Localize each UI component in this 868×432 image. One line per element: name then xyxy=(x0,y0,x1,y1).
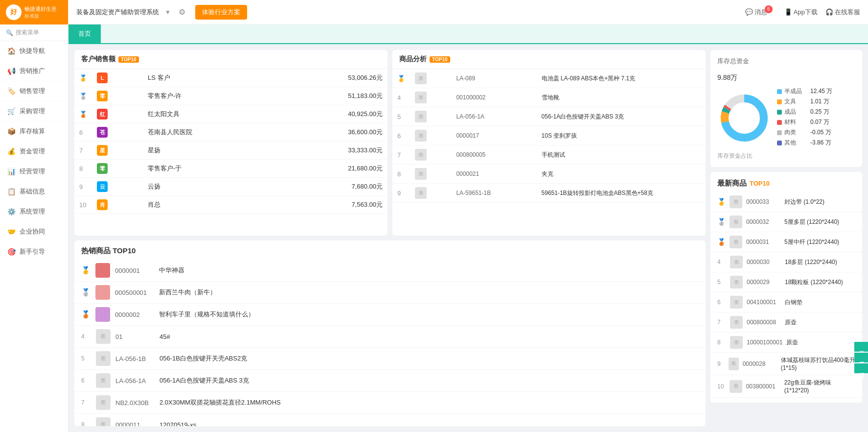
customer-row[interactable]: 🥈 零 零售客户-许 51,183.00元 xyxy=(74,87,388,105)
latest-product-row[interactable]: 7 图 000800008 原壶 xyxy=(710,312,862,333)
latest-code: 000800008 xyxy=(747,319,781,326)
inventory-footer: 库存资金占比 xyxy=(717,152,855,160)
sidebar-item-collaboration[interactable]: 🤝 企业协同 xyxy=(0,222,68,242)
latest-product-row[interactable]: 4 图 0000030 18多层 (1220*2440) xyxy=(710,252,862,272)
customer-row[interactable]: 6 苍 苍南县人民医院 36,600.00元 xyxy=(74,123,388,142)
customer-ranking-col: 客户销售额 TOP10 🥇 L LS 客户 53,006.26元 🥈 零 零售客… xyxy=(74,50,388,236)
float-btn-community[interactable]: 服务社区 xyxy=(854,353,868,362)
latest-product-row[interactable]: 9 图 0000028 体城荔枝味苏打饮品400毫升 (1*15) xyxy=(710,353,862,375)
topbar: 装备及固定资产辅助管理系统 ▼ ⚙ 体验行业方案 💬 消息 6 📱 App下载 … xyxy=(69,0,868,24)
product-code: 001000002 xyxy=(451,88,536,107)
product-code: LA-056-1B xyxy=(115,355,155,362)
marketing-icon: 📢 xyxy=(7,67,16,75)
sidebar-item-inventory[interactable]: 📦 库存核算 xyxy=(0,121,68,142)
product-thumb-cell: 图 xyxy=(410,126,451,145)
legend-item: 文具 1.01 万 xyxy=(777,97,832,106)
latest-product-row[interactable]: 🥈 图 0000032 5厘多层 (1220*2440) xyxy=(710,212,862,232)
product-right-row[interactable]: 5 图 LA-056-1A 056-1A白色按键开关盖ABS 3克 xyxy=(392,107,706,126)
latest-products-card: 最新商品 TOP10 🥇 图 0000033 封边带 (1.0*22) 🥈 图 … xyxy=(710,172,862,403)
sidebar-item-marketing[interactable]: 📢 营销推广 xyxy=(0,61,68,81)
latest-thumbnail: 图 xyxy=(730,236,742,248)
customer-row[interactable]: 🥉 红 红太阳文具 40,925.00元 xyxy=(74,105,388,123)
latest-code: 0000031 xyxy=(746,239,780,245)
product-name: 056-1B白色按键开关壳ABS2克 xyxy=(160,354,247,363)
rank-medal: 10 xyxy=(74,196,92,214)
inventory-card: 库存总资金 9.88万 xyxy=(710,50,862,167)
product-name: 12070519-xs xyxy=(160,421,196,427)
rank-medal: 5 xyxy=(392,107,410,126)
product-code: 0000001 xyxy=(115,267,154,274)
product-right-row[interactable]: 7 图 000800005 手机测试 xyxy=(392,145,706,165)
product-right-row[interactable]: 9 图 LA-59651-1B 59651-1B旋转投影灯电池盒ABS黑色+58… xyxy=(392,184,706,203)
float-btn-service[interactable]: 客服热线 xyxy=(854,342,868,352)
hot-product-row[interactable]: 4 图 01 45# xyxy=(74,326,706,348)
operations-icon: 📊 xyxy=(7,167,16,176)
latest-product-row[interactable]: 5 图 0000029 18颗粒板 (1220*2440) xyxy=(710,272,862,292)
latest-product-row[interactable]: 🥉 图 0000031 5厘中纤 (1220*2440) xyxy=(710,232,862,252)
notification-icon: 💬 xyxy=(745,8,753,16)
hot-product-row[interactable]: 🥈 000500001 新西兰牛肉（新牛） xyxy=(74,282,706,304)
rank-medal: 6 xyxy=(392,126,410,145)
settings-icon[interactable]: ⚙ xyxy=(179,7,185,17)
legend-label: 半成品 xyxy=(784,87,804,96)
rank-badge-cell: 零 xyxy=(92,160,143,178)
customer-name: 肖总 xyxy=(143,196,277,214)
rank-medal: 🥈 xyxy=(74,87,92,105)
sidebar-item-system[interactable]: ⚙️ 系统管理 xyxy=(0,202,68,222)
sidebar-item-guide[interactable]: 🎯 新手引导 xyxy=(0,242,68,262)
latest-product-row[interactable]: 🥇 图 0000033 封边带 (1.0*22) xyxy=(710,192,862,212)
product-right-row[interactable]: 4 图 001000002 雪地靴 xyxy=(392,88,706,107)
hot-product-row[interactable]: 6 图 LA-056-1A 056-1A白色按键开关盖ABS 3克 xyxy=(74,370,706,392)
latest-name: 原壶 xyxy=(785,318,797,327)
latest-product-row[interactable]: 6 图 004100001 白钢垫 xyxy=(710,292,862,312)
latest-product-row[interactable]: 10 图 003800001 22g鱼豆腐-烧烤味 (1*12*20) xyxy=(710,375,862,398)
customer-amount: 33,333.00元 xyxy=(277,142,388,160)
product-code: LA-089 xyxy=(451,69,536,88)
sidebar-item-purchase[interactable]: 🛒 采购管理 xyxy=(0,101,68,121)
hot-products-card: 热销商品 TOP10 🥇 0000001 中华神器 🥈 000500001 新西… xyxy=(74,240,706,426)
product-thumbnail: 图 xyxy=(96,329,111,344)
product-right-row[interactable]: 8 图 0000021 夹克 xyxy=(392,165,706,184)
online-service-item[interactable]: 🎧 在线客服 xyxy=(825,8,860,17)
legend-label: 肉类 xyxy=(784,128,804,137)
product-ranking-right-header: 商品分析 TOP10 xyxy=(392,50,706,69)
notification-item[interactable]: 💬 消息 6 xyxy=(745,8,777,17)
search-menu[interactable]: 🔍 搜索菜单 xyxy=(0,24,68,41)
rank-medal: 🥇 xyxy=(392,69,410,88)
customer-row[interactable]: 9 云 云扬 7,680.00元 xyxy=(74,178,388,196)
legend-item: 成品 0.25 万 xyxy=(777,108,832,116)
hot-product-row[interactable]: 7 图 NB2.0X30B 2.0X30MM双搓花轴搓花直径2.1MM/ROHS xyxy=(74,392,706,414)
product-right-row[interactable]: 6 图 0000017 10S 变刹罗孩 xyxy=(392,126,706,145)
sidebar-item-sales[interactable]: 🏷️ 销售管理 xyxy=(0,81,68,101)
product-ranking-right-table: 🥇 图 LA-089 电池盖 LA-089 ABS本色+黑种 7.1克 4 图 … xyxy=(392,69,706,203)
product-name: 夹克 xyxy=(537,165,706,184)
sidebar-item-operations[interactable]: 📊 经营管理 xyxy=(0,162,68,182)
customer-row[interactable]: 8 零 零售客户-于 21,680.00元 xyxy=(74,160,388,178)
latest-name: 白钢垫 xyxy=(785,298,802,307)
legend-item: 其他 -3.86 万 xyxy=(777,139,832,147)
app-download-item[interactable]: 📱 App下载 xyxy=(784,8,818,17)
customer-row[interactable]: 7 星 星扬 33,333.00元 xyxy=(74,142,388,160)
hot-product-row[interactable]: 🥇 0000001 中华神器 xyxy=(74,260,706,282)
rank-medal: 9 xyxy=(74,178,92,196)
customer-row[interactable]: 🥇 L LS 客户 53,006.26元 xyxy=(74,69,388,87)
hot-products-body: 🥇 0000001 中华神器 🥈 000500001 新西兰牛肉（新牛） 🥉 0… xyxy=(74,260,706,426)
purchase-icon: 🛒 xyxy=(7,107,16,116)
product-code: LA-056-1A xyxy=(451,107,536,126)
product-name: 10S 变刹罗孩 xyxy=(537,126,706,145)
sidebar-item-finance[interactable]: 💰 资金管理 xyxy=(0,142,68,162)
trial-button[interactable]: 体验行业方案 xyxy=(195,5,247,20)
latest-product-row[interactable]: 8 图 10000100001 原壶 xyxy=(710,333,862,353)
hot-product-row[interactable]: 🥉 0000002 智利车子里（规格不知道填什么） xyxy=(74,304,706,326)
sidebar-item-home[interactable]: 🏠 快捷导航 xyxy=(0,41,68,61)
customer-row[interactable]: 10 肖 肖总 7,563.00元 xyxy=(74,196,388,214)
float-btn-live[interactable]: 直播 xyxy=(854,363,868,373)
product-right-row[interactable]: 🥇 图 LA-089 电池盖 LA-089 ABS本色+黑种 7.1克 xyxy=(392,69,706,88)
dropdown-arrow-icon[interactable]: ▼ xyxy=(165,9,171,16)
hot-product-row[interactable]: 5 图 LA-056-1B 056-1B白色按键开关壳ABS2克 xyxy=(74,348,706,370)
product-ranking-col: 商品分析 TOP10 🥇 图 LA-089 电池盖 LA-089 ABS本色+黑… xyxy=(392,50,706,236)
hot-product-row[interactable]: 8 图 0000011 12070519-xs xyxy=(74,414,706,426)
latest-name: 原壶 xyxy=(786,338,798,347)
tab-home[interactable]: 首页 xyxy=(69,24,101,43)
sidebar-item-basics[interactable]: 📋 基础信息 xyxy=(0,182,68,202)
